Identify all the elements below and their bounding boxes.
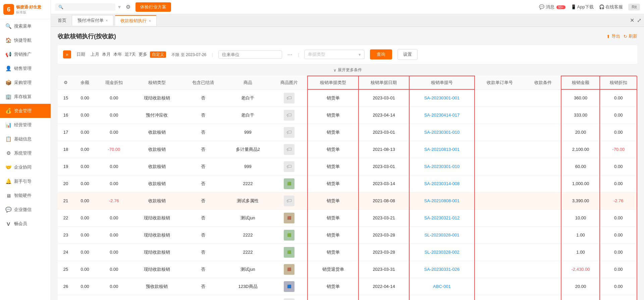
tab-home[interactable]: 首页	[54, 15, 70, 26]
gear-button[interactable]: ⚙	[123, 2, 133, 12]
voucher-no-link[interactable]: SA-20210813-001	[424, 147, 460, 152]
date-last-month[interactable]: 上月	[91, 51, 99, 57]
cell-balance: 0.00	[74, 124, 96, 141]
date-range-display: 不限 至 2023-07-26	[171, 51, 206, 58]
voucher-no-link[interactable]: SA-20230301-010	[424, 164, 460, 169]
cell-goods: 2222	[224, 244, 271, 261]
cell-balance: 0.00	[74, 141, 96, 158]
tab-prepay-close-icon[interactable]: ×	[106, 18, 108, 23]
online-service-button[interactable]: 🎧 在线客服	[599, 4, 623, 10]
cell-voucher-type: 销货单	[308, 89, 358, 106]
voucher-no-link[interactable]: SA-20230301-001	[424, 95, 460, 100]
date-this-month[interactable]: 本月	[102, 51, 111, 57]
export-button[interactable]: ⬆ 导出	[606, 33, 620, 39]
query-button[interactable]: 查询	[370, 49, 392, 59]
vip-icon: V	[5, 221, 11, 227]
cell-balance: 0.00	[74, 295, 96, 300]
cell-verify-date: 2023-03-14	[359, 175, 409, 192]
cell-verify-amount: 10.00	[561, 209, 600, 226]
voucher-no-link[interactable]: SA-20230321-012	[424, 215, 460, 220]
tab-prepay[interactable]: 预付冲应付单 ×	[72, 15, 113, 26]
finance-icon: 💰	[5, 108, 11, 114]
voucher-no-link[interactable]: SA-20230314-008	[424, 181, 460, 186]
cell-id: 25	[58, 261, 74, 278]
cell-receipt-condition	[525, 261, 561, 278]
cell-voucher-type: 销货单	[308, 295, 358, 300]
sidebar-item-guide[interactable]: 🔔 新手引导	[0, 174, 51, 188]
cell-goods-img: 🏷	[271, 158, 308, 175]
sidebar-item-wechat[interactable]: 💬 企业微信	[0, 203, 51, 217]
close-window-icon[interactable]: ✕	[630, 17, 634, 24]
sidebar-item-basic[interactable]: 📋 基础信息	[0, 132, 51, 146]
sidebar-item-search[interactable]: 🔍 搜索菜单	[0, 19, 51, 33]
table-row: 26 0.00 0.00 预收款核销 否 123D商品 🟦 销货单 2022-0…	[58, 278, 637, 295]
voucher-no-link[interactable]: SL-20230328-002	[424, 250, 459, 255]
trial-industry-button[interactable]: 体验行业方案	[136, 2, 171, 12]
voucher-no-link[interactable]: SA-20230301-010	[424, 130, 460, 135]
cell-verify-discount: 0.00	[600, 226, 637, 244]
sidebar-item-finance[interactable]: 💰 资金管理	[0, 104, 51, 118]
sidebar-item-marketing[interactable]: 📢 营销推广	[0, 47, 51, 61]
tab-verify-close-icon[interactable]: ×	[149, 19, 151, 23]
column-settings-icon[interactable]: ⚙	[64, 80, 68, 85]
sidebar-item-vip[interactable]: V 畅会员	[0, 217, 51, 231]
cell-balance: 0.00	[74, 89, 96, 106]
cell-cash-discount: -2.76	[96, 192, 132, 209]
sidebar-item-system[interactable]: ⚙ 系统管理	[0, 146, 51, 160]
sidebar-item-shortcut[interactable]: 🏠 快捷导航	[0, 33, 51, 47]
cell-verify-amount: 1,000.00	[561, 175, 600, 192]
voucher-no-link[interactable]: SA-20230331-026	[424, 267, 460, 272]
cell-verify-no: SA-20210808-001	[409, 192, 475, 209]
goods-image: 🟩	[284, 178, 294, 189]
sidebar: 6 畅捷通·好生意 标准版 🔍 搜索菜单 🏠 快捷导航 📢 营销推广 👤 销售管…	[0, 0, 51, 300]
cell-verify-amount: 3,390.00	[561, 192, 600, 209]
cell-balance: 0.00	[74, 209, 96, 226]
refresh-button[interactable]: ↻ 刷新	[624, 33, 637, 39]
tab-verify[interactable]: 收款核销执行 ×	[115, 15, 156, 26]
cell-cash-discount: 0.00	[96, 124, 132, 141]
voucher-no-link[interactable]: SA-20210808-001	[424, 198, 460, 203]
sidebar-item-purchase[interactable]: 📦 采购管理	[0, 76, 51, 90]
voucher-type-select[interactable]: 单据类型 ▾	[304, 50, 365, 59]
export-icon: ⬆	[606, 34, 610, 39]
date-custom-button[interactable]: 自定义	[150, 51, 166, 58]
cell-verify-discount: 0.00	[600, 106, 637, 124]
app-download-button[interactable]: 📱 App下载	[571, 4, 594, 10]
date-this-year[interactable]: 本年	[113, 51, 122, 57]
topbar-search-box[interactable]: 🔍	[55, 3, 115, 11]
message-button[interactable]: 💬 消息 99+	[539, 4, 565, 10]
cell-receipt-no	[475, 209, 525, 226]
user-avatar[interactable]: Rit	[628, 4, 640, 10]
wechat-icon: 💬	[5, 207, 11, 213]
cell-verify-discount: -70.00	[600, 141, 637, 158]
page-content: 收款核销执行(按收款) ⬆ 导出 ↻ 刷新 » 日期 上月 本月	[51, 27, 644, 300]
table-row: 27 0.00 0.00 现结收款核销 否 衣服00001 🏷 销货单 2023…	[58, 295, 637, 300]
cell-goods-img: 🟫	[271, 209, 308, 226]
sidebar-item-inventory[interactable]: 🏢 库存核算	[0, 90, 51, 104]
cell-included: 否	[182, 141, 225, 158]
cell-goods-img: 🟩	[271, 226, 308, 244]
sidebar-item-enterprise[interactable]: 🤝 企业协同	[0, 160, 51, 174]
sidebar-item-hardware[interactable]: 🖥 智能硬件	[0, 188, 51, 203]
cell-receipt-no	[475, 106, 525, 124]
filter-arrow-button[interactable]: »	[63, 50, 71, 58]
dropdown-chevron-icon[interactable]: ▾	[118, 4, 121, 10]
date-more[interactable]: 更多	[139, 51, 147, 57]
cell-receipt-condition	[525, 226, 561, 244]
filter-dots-icon[interactable]: ···	[287, 51, 292, 58]
voucher-no-link[interactable]: SA-20230414-017	[424, 113, 460, 118]
cell-id: 20	[58, 175, 74, 192]
settings-button[interactable]: 设置	[397, 49, 418, 60]
cell-included: 否	[182, 295, 225, 300]
sidebar-item-sales[interactable]: 👤 销售管理	[0, 61, 51, 76]
voucher-no-link[interactable]: ABC-001	[433, 284, 451, 289]
voucher-no-link[interactable]: SL-20230328-001	[424, 232, 459, 238]
partner-filter-input[interactable]	[218, 50, 282, 59]
sidebar-item-operation[interactable]: 📊 经营管理	[0, 118, 51, 132]
home-icon: 🏠	[5, 37, 11, 43]
maximize-window-icon[interactable]: ⤢	[637, 17, 641, 24]
expand-more-conditions-button[interactable]: ∨ 展开更多条件	[333, 67, 362, 73]
date-7days[interactable]: 近7天	[125, 51, 136, 57]
th-gear[interactable]: ⚙	[58, 76, 74, 89]
table-row: 23 0.00 0.00 现结收款核销 否 2222 🟩 销货单 2023-03…	[58, 226, 637, 244]
